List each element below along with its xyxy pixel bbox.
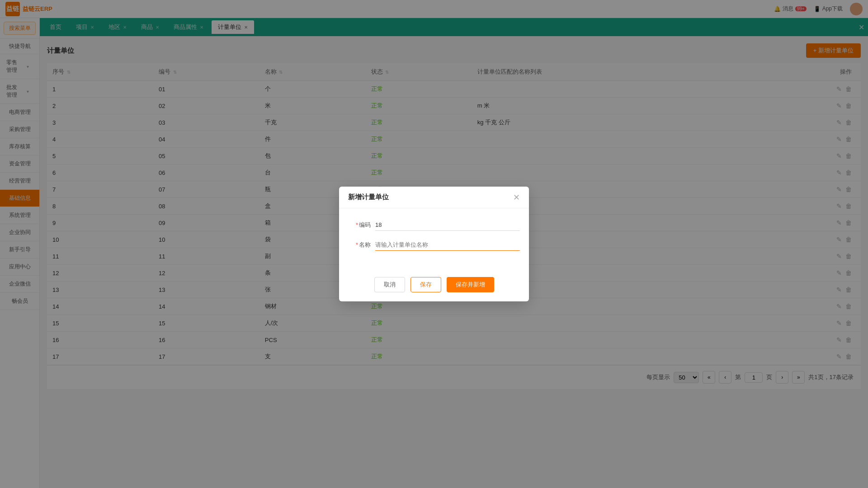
cancel-button[interactable]: 取消 bbox=[374, 277, 405, 292]
name-label: *名称 bbox=[348, 241, 375, 249]
modal-title: 新增计量单位 bbox=[348, 193, 389, 202]
code-field-row: *编码 bbox=[348, 219, 520, 231]
modal-body: *编码 *名称 bbox=[339, 208, 529, 270]
modal-overlay[interactable]: 新增计量单位 ✕ *编码 *名称 取消 保存 保存并新增 bbox=[0, 0, 868, 488]
modal-header: 新增计量单位 ✕ bbox=[339, 187, 529, 208]
name-field-row: *名称 bbox=[348, 239, 520, 251]
code-input[interactable] bbox=[375, 219, 520, 231]
save-and-new-button[interactable]: 保存并新增 bbox=[447, 277, 494, 292]
code-label: *编码 bbox=[348, 221, 375, 229]
name-input[interactable] bbox=[375, 239, 520, 251]
required-star: * bbox=[356, 221, 358, 228]
modal-close-button[interactable]: ✕ bbox=[513, 193, 520, 202]
required-star: * bbox=[356, 241, 358, 248]
save-button[interactable]: 保存 bbox=[410, 277, 441, 292]
modal-footer: 取消 保存 保存并新增 bbox=[339, 270, 529, 301]
add-unit-modal: 新增计量单位 ✕ *编码 *名称 取消 保存 保存并新增 bbox=[339, 187, 529, 301]
